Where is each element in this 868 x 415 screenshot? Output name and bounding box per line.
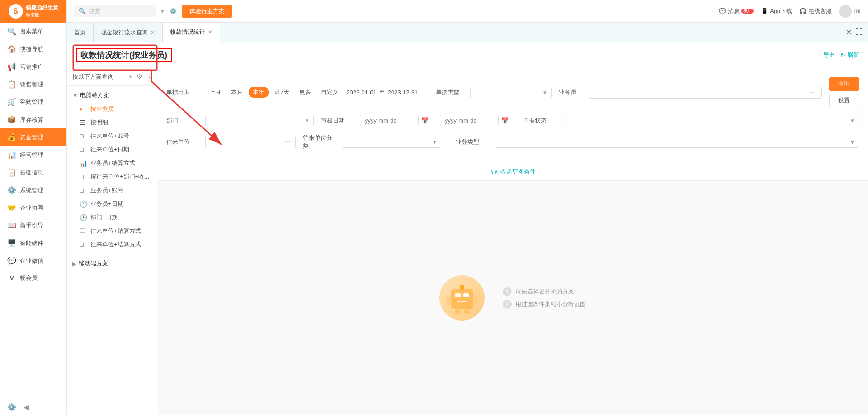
sidebar-item-label: 新手引导 [20,222,43,230]
scheme-item-label: 按明细 [90,118,108,127]
filter-and-results: 单据日期 上月 本月 本年 近7天 更多 自定义 [157,68,868,415]
sidebar-item-operations[interactable]: 📊 经营管理 [0,146,66,164]
sidebar-item-basic[interactable]: 📋 基础信息 [0,164,66,181]
messages-btn[interactable]: 💬 消息 99+ [719,7,754,15]
messages-badge: 99+ [741,9,754,14]
maximize-btn[interactable]: ⛶ [855,28,863,37]
scheme-unit-settle2[interactable]: □ 往来单位+结算方式 [67,238,157,251]
salesman-select[interactable]: ··· [589,86,822,99]
close-window-btn[interactable]: ✕ [846,28,852,37]
business-type-select[interactable]: ▾ [495,137,859,148]
counterpart-select[interactable]: ··· [205,136,296,148]
sidebar-item-label: 智能硬件 [20,239,43,247]
scheme-unit-date[interactable]: □ 往来单位+日期 [67,143,157,156]
sidebar-item-quicknav[interactable]: 🏠 快捷导航 [0,40,66,58]
topbar-gear-icon[interactable]: ⚙️ [170,8,177,14]
finance-icon: 💰 [7,133,16,141]
svg-rect-3 [457,301,467,302]
svg-rect-1 [455,293,461,297]
bill-type-label: 单据类型 [436,88,463,96]
mobile-section-title[interactable]: ▶ 移动端方案 [67,257,157,270]
sidebar-item-label: 系统管理 [20,186,43,194]
export-btn[interactable]: ↑ 导出 [819,51,835,59]
sidebar-item-purchase[interactable]: 🛒 采购管理 [0,93,66,111]
scheme-collapse-btn[interactable]: 《 [145,73,151,81]
tab-home[interactable]: 首页 [67,23,94,42]
sidebar-item-system[interactable]: ⚙️ 系统管理 [0,181,66,199]
sidebar-item-wechat[interactable]: 💬 企业微信 [0,252,66,269]
salesman-ellipsis[interactable]: ··· [811,88,817,96]
sidebar-item-member[interactable]: V 畅会员 [0,269,66,287]
mobile-section-label: 移动端方案 [79,259,108,268]
audit-date-start-calendar[interactable]: 📅 [421,117,429,124]
scheme-by-detail[interactable]: ☰ 按明细 [67,116,157,129]
topbar-dropdown-icon[interactable]: ▾ [161,8,164,14]
online-service-btn[interactable]: 🎧 在线客服 [799,7,832,15]
tab-collection-stat-close[interactable]: ✕ [208,29,212,35]
counterpart-classify-label: 往来单位分类 [303,134,335,150]
content-wrapper: 收款情况统计(按业务员) ↑ 导出 ↻ 刷新 按以下方案查询 ＋ [67,42,868,415]
results-section: 1 请先选择要分析的方案 2 用过滤条件来缩小分析范围 [157,181,868,415]
scheme-salesman-account[interactable]: □ 业务员+账号 [67,184,157,197]
tab-bank-flow-close[interactable]: ✕ [151,29,155,36]
bill-status-chevron: ▾ [851,117,854,124]
scheme-by-salesman[interactable]: ● 按业务员 [67,102,157,116]
audit-date-end-calendar[interactable]: 📅 [501,117,509,124]
collapse-label: 收起更多条件 [500,168,536,176]
sidebar-item-inventory[interactable]: 📦 库存核算 [0,111,66,128]
sidebar-item-finance[interactable]: 💰 资金管理 [0,128,66,146]
shortcut-last-month[interactable]: 上月 [205,87,225,98]
audit-date-end[interactable] [440,115,499,126]
scheme-add-btn[interactable]: ＋ [127,73,134,81]
shortcut-this-month[interactable]: 本月 [227,87,247,98]
scheme-unit-account[interactable]: □ 往来单位+账号 [67,129,157,143]
filter-section: 单据日期 上月 本月 本年 近7天 更多 自定义 [157,68,868,181]
bill-status-select[interactable]: ▾ [562,115,859,126]
scheme-salesman-settle[interactable]: 📊 业务员+结算方式 [67,156,157,170]
logo-text: 畅捷通好生意 [26,5,58,12]
desktop-schemes: ▼ 电脑端方案 ● 按业务员 ☰ 按明细 □ 往来单位+账号 [67,86,157,254]
app-download-btn[interactable]: 📱 App下载 [761,7,792,15]
dept-select[interactable]: ▾ [205,115,314,126]
sidebar-item-hardware[interactable]: 🖥️ 智能硬件 [0,234,66,252]
collapse-sidebar-icon[interactable]: ◀ [24,403,29,411]
user-profile[interactable]: Rit [839,5,861,18]
date-range-end: 2023-12-31 [388,89,418,96]
topbar-search[interactable]: 🔍 搜索 [74,5,156,17]
settings-btn[interactable]: 设置 [829,94,859,107]
sidebar-item-label: 采购管理 [20,98,43,106]
refresh-btn[interactable]: ↻ 刷新 [840,51,859,59]
settings-bottom-icon[interactable]: ⚙️ [7,403,16,411]
sidebar-item-enterprise[interactable]: 🤝 企业协同 [0,199,66,217]
scheme-dept-date[interactable]: 🕐 部门+日期 [67,211,157,224]
sidebar-item-marketing[interactable]: 📢 营销推广 [0,58,66,75]
desktop-section-title[interactable]: ▼ 电脑端方案 [67,89,157,102]
sidebar-item-search[interactable]: 🔍 搜索菜单 [0,23,66,40]
tab-bank-flow[interactable]: 现金银行流水查询 ✕ [94,23,163,42]
enterprise-icon: 🤝 [7,203,16,212]
audit-date-start[interactable] [360,115,419,126]
sidebar-item-sales[interactable]: 📋 销售管理 [0,75,66,93]
trial-btn[interactable]: 体验行业方案 [182,5,232,18]
tab-collection-stat[interactable]: 收款情况统计 ✕ [163,23,220,42]
scheme-item-label: 往来单位+日期 [90,146,129,154]
system-icon: ⚙️ [7,186,16,194]
scheme-unit-dept-collect[interactable]: □ 按往来单位+部门+收... [67,170,157,184]
online-service-label: 在线客服 [808,7,832,15]
scheme-salesman-date[interactable]: 🕐 业务员+日期 [67,197,157,211]
shortcut-this-year[interactable]: 本年 [249,87,269,98]
query-btn[interactable]: 查询 [829,77,859,91]
sidebar-logo: 6 畅捷通好生意 标准版 [0,0,66,23]
counterpart-classify-select[interactable]: ▾ [342,137,441,148]
shortcut-more[interactable]: 更多 [295,87,315,98]
scheme-unit-settle1[interactable]: ☰ 往来单位+结算方式 [67,224,157,238]
sidebar-item-guide[interactable]: 📖 新手引导 [0,217,66,234]
collapse-bar[interactable]: ∧∧ 收起更多条件 [157,163,868,180]
date-range-separator: 至 [379,88,385,96]
shortcut-custom[interactable]: 自定义 [317,87,343,98]
counterpart-ellipsis[interactable]: ··· [285,138,291,146]
bill-type-select[interactable]: ▾ [470,87,552,98]
scheme-item-label: 业务员+账号 [90,186,123,194]
shortcut-7days[interactable]: 近7天 [270,87,293,98]
scheme-settings-btn[interactable]: ⚙ [137,73,142,81]
